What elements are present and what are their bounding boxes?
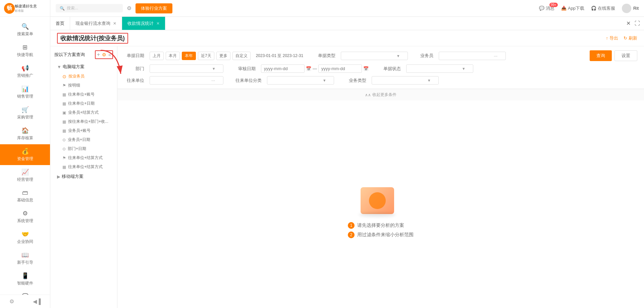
counterpart-cat-arrow-icon: ▾ <box>323 78 326 83</box>
sidebar-item-search[interactable]: 🔍 搜索菜单 <box>0 19 50 40</box>
add-scheme-icon[interactable]: + <box>97 52 100 58</box>
tree-item-unit-settle1[interactable]: ⚑ 往来单位+结算方式 <box>53 153 117 162</box>
audit-date-group: 📅 — 📅 <box>261 64 369 73</box>
content-area: 按以下方案查询 + ⚙ « ▼ 电脑端方案 ⊙ 按业务员 ⚑ <box>50 46 644 308</box>
sidebar: 畅 畅捷通好生意 标准版 🔍 搜索菜单 ⊞ 快捷导航 📢 营销推广 📊 销售管理… <box>0 0 50 308</box>
service-button[interactable]: 🎧 在线客服 <box>591 5 615 11</box>
date-btn-7days[interactable]: 近7天 <box>198 52 214 60</box>
panel-header-actions: + ⚙ « <box>95 50 113 59</box>
top-header: 🔍 搜索... ⚙ 体验行业方案 💬 消息 99+ 📥 App下载 🎧 在线客服 <box>50 0 644 17</box>
user-area[interactable]: Rit <box>622 4 639 13</box>
tab-bank[interactable]: 现金银行流水查询 ✕ <box>70 17 122 30</box>
sidebar-nav: 🔍 搜索菜单 ⊞ 快捷导航 📢 营销推广 📊 销售管理 🛒 采购管理 🏠 库存核… <box>0 17 50 295</box>
tree-item-unit-settle2[interactable]: ▦ 往来单位+结算方式 <box>53 162 117 171</box>
sidebar-item-nav[interactable]: ⊞ 快捷导航 <box>0 40 50 61</box>
tab-fullscreen-icon[interactable]: ⛶ <box>635 20 640 27</box>
tree-item-dept-date[interactable]: ⊙ 部门+日期 <box>53 144 117 153</box>
collapse-panel-icon[interactable]: « <box>108 52 111 57</box>
sidebar-item-basic[interactable]: 🗃 基础信息 <box>0 186 50 206</box>
tree-item-salesperson-date[interactable]: ⊙ 业务员+日期 <box>53 135 117 144</box>
audit-date-end[interactable] <box>318 64 362 73</box>
audit-date-start[interactable] <box>261 64 305 73</box>
header-gear-icon[interactable]: ⚙ <box>127 5 131 11</box>
user-name: Rit <box>633 6 639 11</box>
tree-item-unit-dept[interactable]: ▦ 按往来单位+部门+收... <box>53 117 117 126</box>
trial-button[interactable]: 体验行业方案 <box>136 3 172 13</box>
date-btn-last-month[interactable]: 上月 <box>150 52 164 60</box>
sidebar-item-operation[interactable]: 📈 经营管理 <box>0 165 50 186</box>
collapse-sidebar-icon[interactable]: ◀▐ <box>33 298 41 305</box>
tree-item-unit-date[interactable]: ▦ 往来单位+日期 <box>53 99 117 108</box>
logo-icon: 畅 <box>4 3 15 14</box>
tree-item-salesperson-account[interactable]: ▦ 业务员+账号 <box>53 126 117 135</box>
settings-footer-icon[interactable]: ⚙ <box>9 298 14 305</box>
tree-item-label: 往来单位+账号 <box>68 92 95 97</box>
sidebar-item-label: 系统管理 <box>17 218 33 224</box>
biz-type-select[interactable]: ▾ <box>372 76 439 85</box>
tab-bank-close-icon[interactable]: ✕ <box>113 21 116 26</box>
message-button[interactable]: 💬 消息 99+ <box>539 5 554 11</box>
sidebar-item-sales[interactable]: 📊 销售管理 <box>0 82 50 103</box>
salesperson-select[interactable]: ··· <box>439 52 506 60</box>
sidebar-item-label: 经营管理 <box>17 177 33 183</box>
voucher-status-arrow-icon: ▾ <box>463 66 465 71</box>
tab-close-all-icon[interactable]: ✕ <box>626 20 631 27</box>
step-2-label: 用过滤条件来缩小分析范围 <box>357 232 414 238</box>
query-button[interactable]: 查询 <box>590 50 612 61</box>
export-icon: ↑ <box>606 36 608 41</box>
sidebar-item-hardware[interactable]: 📱 智能硬件 <box>0 269 50 290</box>
service-icon: 🎧 <box>591 6 596 11</box>
gear-scheme-icon[interactable]: ⚙ <box>102 52 106 57</box>
sidebar-item-inventory[interactable]: 🏠 库存核算 <box>0 123 50 144</box>
tree-group-desktop-header[interactable]: ▼ 电脑端方案 <box>53 62 117 72</box>
sidebar-item-label: 资金管理 <box>17 156 33 162</box>
date-btn-this-year[interactable]: 本年 <box>182 52 196 60</box>
filter-area: 单据日期 上月 本月 本年 近7天 更多 自定义 2023-01-01 至 20… <box>117 46 644 89</box>
voucher-status-select[interactable]: ▾ <box>406 64 473 73</box>
empty-illustration <box>354 170 408 214</box>
collab-icon: 🤝 <box>21 230 29 238</box>
message-badge: 99+ <box>549 3 558 7</box>
header-search-box[interactable]: 🔍 搜索... <box>56 4 123 12</box>
sidebar-item-guide[interactable]: 📖 新手引导 <box>0 248 50 269</box>
date-btn-custom[interactable]: 自定义 <box>232 52 251 60</box>
tab-controls: ✕ ⛶ <box>622 17 644 30</box>
tree-item-salesperson-settle[interactable]: ▣ 业务员+结算方式 <box>53 108 117 117</box>
calendar-icon-end: 📅 <box>363 66 369 71</box>
counterpart-select[interactable]: ··· <box>150 76 223 85</box>
tree-expand-icon-mobile: ▶ <box>57 174 60 179</box>
date-btn-more[interactable]: 更多 <box>216 52 230 60</box>
finance-icon: 💰 <box>21 148 29 155</box>
export-button[interactable]: ↑ 导出 <box>606 35 619 41</box>
page-header: 收款情况统计(按业务员) ↑ 导出 ↻ 刷新 <box>50 30 644 46</box>
tab-receipt[interactable]: 收款情况统计 ✕ <box>122 17 165 30</box>
collapse-button[interactable]: ∧∧ 收起更多条件 <box>365 92 396 98</box>
tree-group-mobile-header[interactable]: ▶ 移动端方案 <box>53 171 117 182</box>
tab-home[interactable]: 首页 <box>50 17 70 30</box>
active-item-icon: ⊙ <box>62 74 66 79</box>
date-label: 单据日期 <box>124 53 144 59</box>
marketing-icon: 📢 <box>21 64 29 72</box>
sidebar-item-system[interactable]: ⚙ 系统管理 <box>0 206 50 227</box>
tree-item-salesperson[interactable]: ⊙ 按业务员 <box>53 72 117 81</box>
download-button[interactable]: 📥 App下载 <box>561 5 584 11</box>
sidebar-item-marketing[interactable]: 📢 营销推广 <box>0 61 50 82</box>
refresh-icon: ↻ <box>624 36 627 41</box>
settings-button[interactable]: 设置 <box>614 50 637 61</box>
biz-type-arrow-icon: ▾ <box>428 78 430 83</box>
counterpart-cat-select[interactable]: ▾ <box>267 76 334 85</box>
data-area: 1 请先选择要分析的方案 2 用过滤条件来缩小分析范围 <box>117 100 644 308</box>
tree-item-detail[interactable]: ⚑ 按明细 <box>53 81 117 90</box>
sidebar-item-purchase[interactable]: 🛒 采购管理 <box>0 103 50 123</box>
voucher-type-label: 单据类型 <box>315 53 335 59</box>
tab-receipt-close-icon[interactable]: ✕ <box>156 21 160 26</box>
dept-select[interactable]: ▾ <box>150 64 223 73</box>
sidebar-item-collab[interactable]: 🤝 企业协同 <box>0 227 50 248</box>
voucher-type-select[interactable]: ▾ <box>341 52 408 60</box>
refresh-button[interactable]: ↻ 刷新 <box>624 35 637 41</box>
date-btn-this-month[interactable]: 本月 <box>166 52 180 60</box>
sidebar-item-wechat[interactable]: 💬 企业微信 <box>0 290 50 295</box>
tree-item-unit-account[interactable]: ▦ 往来单位+账号 <box>53 90 117 99</box>
grid-icon: ⊞ <box>22 44 28 51</box>
sidebar-item-finance[interactable]: 💰 资金管理 <box>0 144 50 165</box>
